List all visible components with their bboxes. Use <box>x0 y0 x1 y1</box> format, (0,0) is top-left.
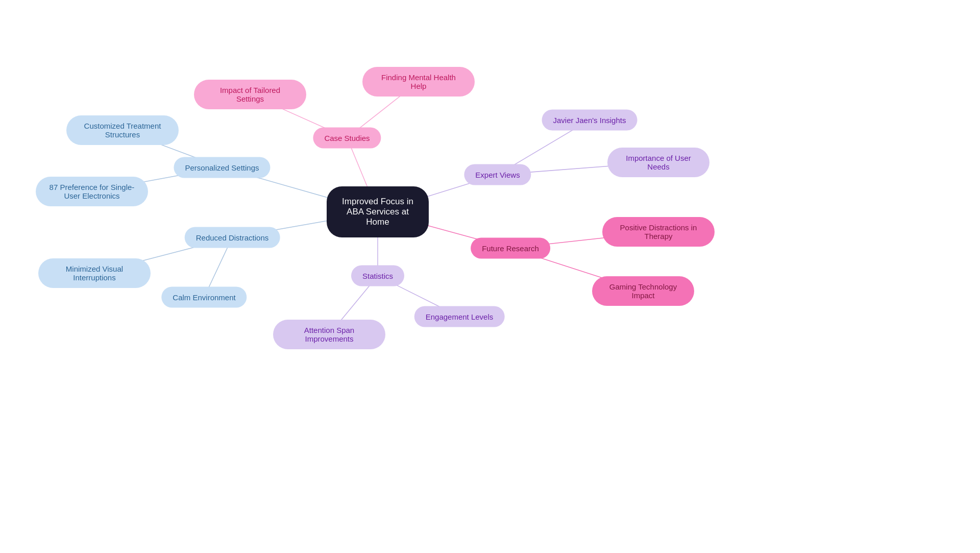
center-node[interactable]: Improved Focus in ABA Services at Home <box>327 186 429 237</box>
node-importance[interactable]: Importance of User Needs <box>607 148 709 177</box>
node-attention[interactable]: Attention Span Improvements <box>273 320 385 349</box>
node-case-studies[interactable]: Case Studies <box>313 128 381 149</box>
node-calm[interactable]: Calm Environment <box>161 287 247 308</box>
node-customized[interactable]: Customized Treatment Structures <box>66 115 179 145</box>
node-statistics[interactable]: Statistics <box>351 266 404 286</box>
node-expert-views[interactable]: Expert Views <box>464 164 531 185</box>
node-minimized[interactable]: Minimized Visual Interruptions <box>38 258 151 288</box>
node-future-research[interactable]: Future Research <box>471 238 550 259</box>
node-personalized[interactable]: Personalized Settings <box>174 157 270 178</box>
node-impact-tailored[interactable]: Impact of Tailored Settings <box>194 80 306 109</box>
node-reduced[interactable]: Reduced Distractions <box>185 227 280 248</box>
node-finding-mental[interactable]: Finding Mental Health Help <box>362 67 475 97</box>
node-87-preference[interactable]: 87 Preference for Single-User Electronic… <box>36 177 148 206</box>
node-positive[interactable]: Positive Distractions in Therapy <box>602 217 715 247</box>
node-javier[interactable]: Javier Jaen's Insights <box>542 110 638 131</box>
mindmap: Improved Focus in ABA Services at HomeCa… <box>0 0 980 553</box>
node-gaming[interactable]: Gaming Technology Impact <box>592 276 694 306</box>
node-engagement[interactable]: Engagement Levels <box>414 306 505 327</box>
